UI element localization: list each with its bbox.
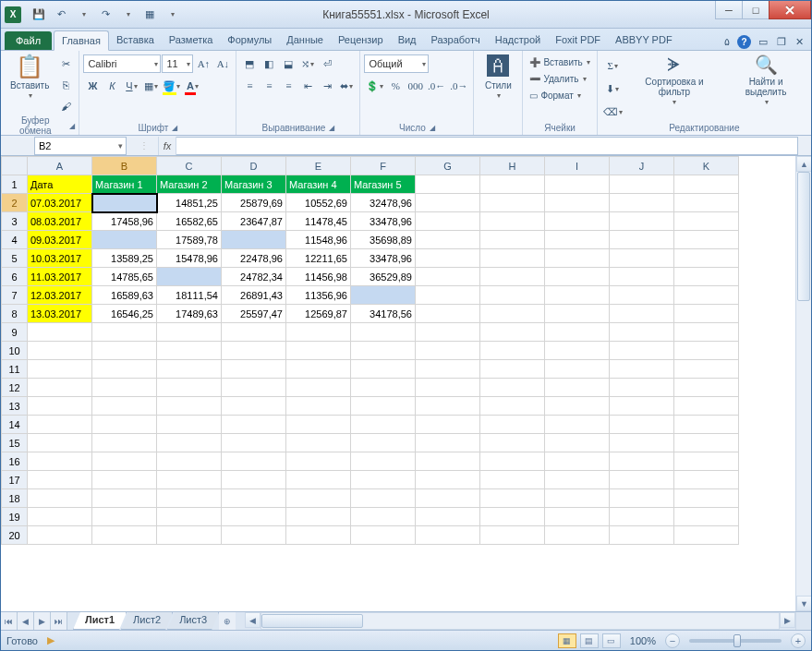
cell-K14[interactable]: [674, 416, 739, 434]
minimize-button[interactable]: ─: [715, 1, 743, 19]
spreadsheet-grid[interactable]: ABCDEFGHIJK 1ДатаМагазин 1Магазин 2Магаз…: [1, 156, 739, 545]
tab-foxit-pdf[interactable]: Foxit PDF: [548, 30, 608, 50]
tab-формулы[interactable]: Формулы: [220, 30, 279, 50]
cell-E12[interactable]: [286, 379, 351, 397]
cell-E9[interactable]: [286, 323, 351, 342]
cell-B20[interactable]: [92, 526, 157, 545]
cell-I8[interactable]: [545, 305, 610, 323]
cell-I6[interactable]: [545, 268, 610, 286]
row-header-10[interactable]: 10: [2, 342, 28, 360]
delete-cells-button[interactable]: ➖Удалить▾: [527, 73, 592, 85]
row-header-12[interactable]: 12: [2, 379, 28, 397]
fill-color-icon[interactable]: 🪣▾: [161, 77, 182, 95]
cell-J9[interactable]: [610, 323, 674, 342]
tab-надстрой[interactable]: Надстрой: [488, 30, 548, 50]
cell-E5[interactable]: 12211,65: [286, 249, 351, 268]
cell-J3[interactable]: [610, 212, 674, 231]
orientation-icon[interactable]: ⤭▾: [298, 54, 317, 73]
col-header-G[interactable]: G: [416, 157, 480, 175]
cell-F14[interactable]: [351, 416, 416, 434]
cell-E11[interactable]: [286, 360, 351, 379]
col-header-E[interactable]: E: [286, 157, 351, 175]
tab-рецензир[interactable]: Рецензир: [331, 30, 391, 50]
cell-G12[interactable]: [416, 379, 480, 397]
cell-J6[interactable]: [610, 268, 674, 286]
row-header-4[interactable]: 4: [2, 231, 28, 249]
percent-icon[interactable]: %: [386, 77, 405, 95]
cell-I14[interactable]: [545, 416, 610, 434]
cell-F18[interactable]: [351, 489, 416, 508]
cell-K19[interactable]: [674, 508, 739, 526]
cell-A20[interactable]: [28, 526, 92, 545]
cell-H5[interactable]: [480, 249, 545, 268]
cell-D4[interactable]: [222, 231, 286, 249]
cell-E18[interactable]: [286, 489, 351, 508]
cell-B12[interactable]: [92, 379, 157, 397]
cell-A12[interactable]: [28, 379, 92, 397]
increase-indent-icon[interactable]: ⇥: [318, 77, 336, 95]
cell-D13[interactable]: [222, 397, 286, 416]
cell-K1[interactable]: [674, 175, 739, 194]
cell-E16[interactable]: [286, 452, 351, 471]
name-box[interactable]: B2: [34, 137, 127, 155]
save-icon[interactable]: 💾: [29, 5, 49, 25]
cell-F4[interactable]: 35698,89: [351, 231, 416, 249]
cell-I17[interactable]: [545, 471, 610, 489]
tab-next-icon[interactable]: ▶: [34, 612, 51, 630]
cell-D18[interactable]: [222, 489, 286, 508]
cell-I15[interactable]: [545, 434, 610, 452]
minimize-ribbon-icon[interactable]: ۵: [722, 34, 732, 50]
cell-D17[interactable]: [222, 471, 286, 489]
cell-G19[interactable]: [416, 508, 480, 526]
redo-dropdown-icon[interactable]: ▾: [117, 5, 138, 25]
cell-B4[interactable]: [92, 231, 157, 249]
cell-C3[interactable]: 16582,65: [157, 212, 222, 231]
sheet-tab-Лист1[interactable]: Лист1: [73, 612, 127, 630]
cell-H16[interactable]: [480, 452, 545, 471]
cell-E14[interactable]: [286, 416, 351, 434]
cell-K3[interactable]: [674, 212, 739, 231]
row-header-13[interactable]: 13: [2, 397, 28, 416]
align-bottom-icon[interactable]: ⬓: [279, 54, 297, 73]
autosum-icon[interactable]: Σ▾: [601, 56, 624, 75]
cell-I4[interactable]: [545, 231, 610, 249]
increase-font-icon[interactable]: A↑: [194, 54, 212, 73]
cell-H7[interactable]: [480, 286, 545, 305]
vertical-scrollbar[interactable]: ▲ ▼: [795, 156, 811, 611]
sheet-tab-Лист3[interactable]: Лист3: [167, 612, 219, 630]
horizontal-scroll-thumb[interactable]: [261, 614, 363, 628]
cell-J10[interactable]: [610, 342, 674, 360]
zoom-handle[interactable]: [733, 634, 741, 647]
cell-G20[interactable]: [416, 526, 480, 545]
scroll-right-icon[interactable]: ▶: [780, 612, 795, 628]
cell-I2[interactable]: [545, 194, 610, 212]
zoom-in-icon[interactable]: +: [791, 633, 806, 648]
number-format-combo[interactable]: Общий: [364, 54, 429, 73]
cell-G5[interactable]: [416, 249, 480, 268]
cell-F5[interactable]: 33478,96: [351, 249, 416, 268]
cell-B14[interactable]: [92, 416, 157, 434]
redo-icon[interactable]: ↷: [95, 5, 115, 25]
cell-K7[interactable]: [674, 286, 739, 305]
cell-A19[interactable]: [28, 508, 92, 526]
cell-J4[interactable]: [610, 231, 674, 249]
cell-B3[interactable]: 17458,96: [92, 212, 157, 231]
col-header-F[interactable]: F: [351, 157, 416, 175]
zoom-out-icon[interactable]: −: [665, 633, 680, 648]
cell-H15[interactable]: [480, 434, 545, 452]
row-header-19[interactable]: 19: [2, 508, 28, 526]
cell-D19[interactable]: [222, 508, 286, 526]
cell-C10[interactable]: [157, 342, 222, 360]
cell-G3[interactable]: [416, 212, 480, 231]
cell-J8[interactable]: [610, 305, 674, 323]
cell-F3[interactable]: 33478,96: [351, 212, 416, 231]
cell-E15[interactable]: [286, 434, 351, 452]
cell-J20[interactable]: [610, 526, 674, 545]
cell-C17[interactable]: [157, 471, 222, 489]
cell-J15[interactable]: [610, 434, 674, 452]
cell-G18[interactable]: [416, 489, 480, 508]
zoom-slider[interactable]: [689, 639, 782, 643]
window-restore-icon[interactable]: ❐: [775, 34, 788, 50]
cell-A18[interactable]: [28, 489, 92, 508]
cell-D6[interactable]: 24782,34: [222, 268, 286, 286]
